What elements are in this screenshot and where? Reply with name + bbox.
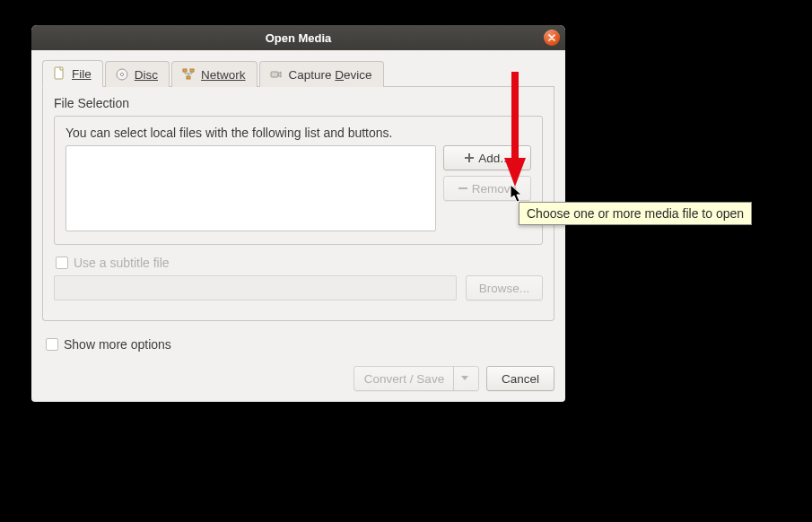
titlebar[interactable]: Open Media	[31, 25, 565, 50]
minus-icon	[458, 183, 468, 194]
tab-capture-label: Capture Device	[289, 68, 372, 82]
use-subtitle-row[interactable]: Use a subtitle file	[56, 256, 543, 270]
network-icon	[181, 67, 196, 82]
close-icon	[547, 33, 556, 42]
file-selection-hint: You can select local files with the foll…	[65, 126, 531, 140]
svg-rect-6	[271, 72, 278, 77]
svg-rect-3	[183, 69, 187, 72]
browse-button-label: Browse...	[479, 282, 529, 295]
svg-rect-0	[55, 67, 63, 79]
file-list[interactable]	[65, 145, 436, 231]
add-button[interactable]: Add...	[443, 145, 531, 170]
plus-icon	[464, 152, 475, 163]
convert-save-label: Convert / Save	[364, 372, 444, 386]
dialog-body: File Disc Network Capture Device File Se…	[31, 50, 565, 402]
remove-button: Remove	[443, 176, 531, 201]
capture-icon	[269, 67, 284, 82]
tab-capture-device[interactable]: Capture Device	[259, 61, 384, 87]
subtitle-path-field	[54, 275, 457, 300]
file-icon	[52, 66, 66, 81]
svg-point-2	[120, 73, 123, 75]
cancel-button[interactable]: Cancel	[486, 366, 554, 391]
tooltip-text: Choose one or more media file to open	[527, 206, 744, 221]
tab-network[interactable]: Network	[171, 61, 258, 87]
open-media-dialog: Open Media File Disc Network Capture Dev…	[31, 25, 565, 402]
show-more-options-row[interactable]: Show more options	[46, 337, 554, 352]
cancel-button-label: Cancel	[502, 372, 539, 386]
convert-save-dropdown	[453, 367, 476, 390]
tab-disc-label: Disc	[135, 68, 158, 82]
svg-rect-4	[190, 69, 194, 72]
show-more-checkbox[interactable]	[46, 338, 58, 351]
file-selection-box: You can select local files with the foll…	[54, 116, 543, 245]
tooltip: Choose one or more media file to open	[519, 202, 752, 225]
tab-panel-file: File Selection You can select local file…	[42, 87, 554, 321]
add-button-label: Add...	[478, 152, 510, 165]
disc-icon	[115, 67, 129, 82]
use-subtitle-checkbox[interactable]	[56, 257, 68, 269]
svg-rect-5	[187, 76, 190, 79]
window-title: Open Media	[266, 31, 332, 45]
tab-disc[interactable]: Disc	[105, 61, 170, 87]
convert-save-button: Convert / Save	[354, 366, 479, 391]
file-selection-label: File Selection	[54, 96, 543, 110]
remove-button-label: Remove	[472, 182, 517, 196]
use-subtitle-label: Use a subtitle file	[74, 256, 170, 270]
tab-network-label: Network	[201, 68, 246, 82]
chevron-down-icon	[461, 376, 468, 381]
tab-file[interactable]: File	[42, 60, 103, 87]
show-more-label: Show more options	[64, 337, 171, 352]
close-button[interactable]	[544, 30, 560, 46]
dialog-footer: Convert / Save Cancel	[42, 366, 554, 391]
browse-button: Browse...	[466, 275, 543, 300]
tab-file-label: File	[72, 67, 92, 81]
tabs: File Disc Network Capture Device	[42, 59, 554, 87]
